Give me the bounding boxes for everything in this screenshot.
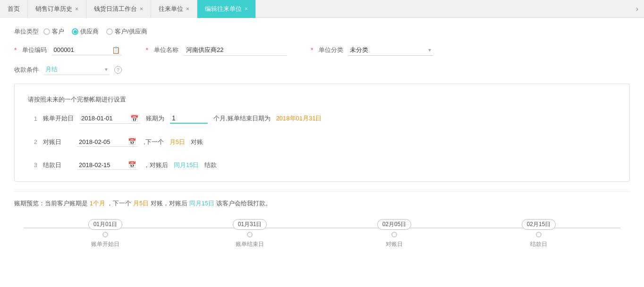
unit-category-value: 未分类 [350,46,428,54]
payment-terms-select[interactable]: 月结 ▾ [43,64,110,75]
preview-part1: 1个月 [90,200,105,207]
setting-row-2: 2 对账日 📅 ,下一个 月5日 对账 [28,137,616,147]
period-unit-text: 个月,账单结束日期为 [213,114,271,123]
radio-supplier[interactable]: 供应商 [72,27,99,36]
unit-type-label: 单位类型 [14,27,39,36]
preview-text3: 对账，对账后 [151,200,187,207]
payment-help-icon[interactable]: ? [114,66,122,74]
tab-label-cash-work: 钱货日清工作台 [94,5,137,13]
tab-sales-history[interactable]: 销售订单历史× [28,0,86,18]
tab-home[interactable]: 首页 [0,0,28,18]
timeline-points: 01月01日账单开始日01月31日账单结束日02月05日对账日02月15日结款日 [33,219,611,248]
timeline-point-1: 01月31日账单结束日 [178,219,322,248]
settings-panel: 请按照未来的一个完整帐期进行设置 1 账单开始日 📅 账期为 个月,账单结束日期… [14,84,630,182]
payment-date-input[interactable] [79,161,126,169]
period-value-input[interactable] [170,113,208,124]
timeline-label-1: 账单结束日 [236,240,264,248]
preview-label: 账期预览：当前客户账期是 [14,200,88,207]
unit-name-input[interactable] [183,44,287,56]
tab-bar: 首页销售订单历史×钱货日清工作台×往来单位×编辑往来单位×› [0,0,644,18]
preview-text4: 该客户会给我打款。 [216,200,271,207]
timeline-dot-2 [391,232,397,237]
reconcile-date-field[interactable]: 📅 [77,137,138,147]
reconcile-text1: ,下一个 [144,138,164,146]
timeline: 01月01日账单开始日01月31日账单结束日02月05日对账日02月15日结款日 [14,219,630,248]
tab-close-partner-units[interactable]: × [186,6,189,12]
timeline-label-0: 账单开始日 [91,240,119,248]
unit-type-row: 单位类型 客户供应商客户/供应商 [14,27,630,36]
setting-row-1: 1 账单开始日 📅 账期为 个月,账单结束日期为 2018年01月31日 [28,113,616,124]
required-star-code: * [14,46,17,54]
row-num-3: 3 [28,161,37,169]
timeline-badge-1: 01月31日 [233,219,267,230]
payment-terms-value: 月结 [45,65,105,74]
tab-bar-arrow[interactable]: › [630,5,644,13]
timeline-badge-0: 01月01日 [88,219,123,230]
preview-part2: 月5日 [133,200,149,207]
timeline-dot-3 [536,232,542,237]
start-date-cal-icon[interactable]: 📅 [130,115,138,122]
radio-customer[interactable]: 客户 [43,27,64,36]
main-content: 单位类型 客户供应商客户/供应商 * 单位编码 📋 * 单位名称 * 单位分类 … [0,18,644,287]
tab-label-partner-units: 往来单位 [159,5,183,13]
unit-code-icon[interactable]: 📋 [112,46,120,54]
period-label: 账期为 [146,114,164,123]
preview-text2: ，下一个 [107,200,131,207]
tab-cash-work[interactable]: 钱货日清工作台× [86,0,151,18]
tab-label-edit-partner: 编辑往来单位 [205,5,242,13]
timeline-badge-3: 02月15日 [522,219,556,230]
radio-circle-both [106,28,113,35]
tab-close-sales-history[interactable]: × [75,6,78,12]
unit-info-row: * 单位编码 📋 * 单位名称 * 单位分类 未分类 ▾ [14,44,630,56]
timeline-label-2: 对账日 [386,240,403,248]
radio-circle-customer [43,28,50,35]
payment-text1: ，对账后 [144,161,168,169]
payment-date-cal-icon[interactable]: 📅 [128,161,136,169]
payment-terms-arrow-icon: ▾ [105,66,108,73]
timeline-label-3: 结款日 [530,240,547,248]
bill-end-date: 2018年01月31日 [276,114,322,123]
tab-partner-units[interactable]: 往来单位× [151,0,197,18]
reconcile-text2: 对账 [191,138,203,146]
tab-edit-partner[interactable]: 编辑往来单位× [197,0,256,18]
panel-title: 请按照未来的一个完整帐期进行设置 [28,95,616,104]
preview-part3: 同月15日 [189,200,214,207]
radio-label-customer: 客户 [52,27,64,36]
unit-name-label: 单位名称 [154,46,178,54]
setting-row-3: 3 结款日 📅 ，对账后 同月15日 结款 [28,160,616,170]
row-num-1: 1 [28,115,37,122]
tab-label-home: 首页 [8,5,20,13]
reconcile-date-input[interactable] [79,138,126,145]
payment-date-field[interactable]: 📅 [77,160,138,170]
unit-category-select[interactable]: 未分类 ▾ [348,45,433,56]
radio-circle-supplier [72,28,78,35]
tab-close-edit-partner[interactable]: × [245,6,248,12]
start-date-input[interactable] [81,115,128,122]
row-num-2: 2 [28,138,37,145]
unit-code-field[interactable]: 📋 [51,45,122,55]
timeline-point-3: 02月15日结款日 [466,219,611,248]
payment-text2: 结款 [204,161,217,169]
preview-section: 账期预览：当前客户账期是 1个月 ，下一个 月5日 对账，对账后 同月15日 该… [14,191,630,248]
timeline-dot-0 [102,232,108,237]
radio-both[interactable]: 客户/供应商 [106,27,147,36]
required-star-name: * [145,46,148,54]
unit-code-label: 单位编码 [22,46,47,54]
reconcile-highlight: 月5日 [169,138,185,146]
radio-label-both: 客户/供应商 [115,27,147,36]
start-date-field[interactable]: 📅 [79,114,140,124]
preview-text: 账期预览：当前客户账期是 1个月 ，下一个 月5日 对账，对账后 同月15日 该… [14,199,630,208]
reconcile-date-cal-icon[interactable]: 📅 [128,138,136,145]
tab-label-sales-history: 销售订单历史 [35,5,72,13]
payment-terms-label: 收款条件 [14,66,39,74]
row-label-3: 结款日 [43,161,71,169]
required-star-cat: * [311,46,313,54]
unit-code-input[interactable] [53,46,110,53]
row-label-1: 账单开始日 [43,114,74,123]
timeline-dot-1 [247,232,253,237]
unit-category-label: 单位分类 [319,46,343,54]
unit-category-arrow-icon: ▾ [428,47,431,53]
unit-type-radio-group: 客户供应商客户/供应商 [43,27,147,36]
timeline-badge-2: 02月05日 [377,219,412,230]
tab-close-cash-work[interactable]: × [140,6,143,12]
